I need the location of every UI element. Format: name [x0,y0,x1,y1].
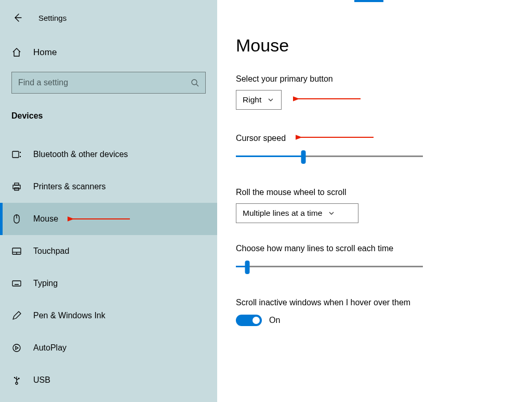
touchpad-icon [11,246,22,256]
sidebar-item-label: Bluetooth & other devices [33,150,128,159]
dropdown-value: Right [243,95,261,105]
home-icon [11,47,22,58]
main-content: Mouse Select your primary button Right C… [217,0,532,402]
cursor-speed-slider[interactable] [236,149,423,164]
mouse-icon [11,214,22,224]
svg-rect-5 [13,185,20,189]
svg-rect-24 [18,378,20,380]
slider-thumb[interactable] [245,261,249,274]
search-box[interactable] [11,72,206,94]
sidebar-item-touchpad[interactable]: Touchpad [0,235,217,267]
sidebar-item-label: AutoPlay [33,343,66,353]
home-nav[interactable]: Home [0,41,217,64]
sidebar-item-bluetooth[interactable]: Bluetooth & other devices [0,138,217,171]
annotation-arrow [68,214,135,224]
chevron-down-icon [328,210,335,216]
sidebar-item-mouse[interactable]: Mouse [0,203,217,235]
slider-thumb[interactable] [301,150,305,164]
svg-point-23 [14,377,15,378]
search-icon [191,79,199,87]
svg-line-1 [196,84,198,86]
autoplay-icon [11,343,22,353]
primary-button-group: Select your primary button Right [236,74,513,110]
sidebar-header: Settings [0,7,217,28]
cursor-speed-group: Cursor speed [236,134,513,164]
sidebar-item-label: Printers & scanners [33,182,106,191]
scroll-inactive-group: Scroll inactive windows when I hover ove… [236,298,513,326]
lines-scroll-slider[interactable] [236,260,423,274]
pen-icon [11,310,22,321]
sidebar-item-label: Pen & Windows Ink [33,311,105,320]
sidebar-item-label: Typing [33,279,58,288]
tab-indicator [354,0,383,2]
cursor-speed-label: Cursor speed [236,134,513,143]
svg-rect-6 [15,183,19,185]
scroll-inactive-toggle[interactable] [236,315,262,326]
svg-point-4 [20,156,21,157]
usb-icon [11,375,22,385]
home-label: Home [33,47,57,58]
lines-scroll-group: Choose how many lines to scroll each tim… [236,244,513,274]
sidebar-nav-list: Bluetooth & other devices Printers & sca… [0,138,217,396]
toggle-knob [252,317,260,324]
annotation-arrow [293,94,366,103]
wheel-scroll-label: Roll the mouse wheel to scroll [236,188,513,197]
lines-scroll-label: Choose how many lines to scroll each tim… [236,244,513,253]
sidebar-item-typing[interactable]: Typing [0,267,217,300]
wheel-scroll-group: Roll the mouse wheel to scroll Multiple … [236,188,513,223]
back-button[interactable] [11,11,24,24]
svg-point-0 [192,80,197,85]
keyboard-icon [11,278,22,289]
sidebar-section-label: Devices [11,111,217,121]
window-title: Settings [38,14,66,22]
sidebar-item-usb[interactable]: USB [0,364,217,396]
chevron-down-icon [268,97,274,103]
sidebar-item-label: Mouse [33,214,58,224]
printer-icon [11,181,22,192]
bluetooth-icon [11,149,22,160]
sidebar-item-printers[interactable]: Printers & scanners [0,171,217,203]
sidebar: Settings Home Devices Bluetooth & other … [0,0,217,402]
back-arrow-icon [12,12,23,23]
svg-rect-14 [12,281,21,286]
primary-button-dropdown[interactable]: Right [236,90,282,110]
primary-button-label: Select your primary button [236,74,513,84]
scroll-inactive-label: Scroll inactive windows when I hover ove… [236,298,513,307]
sidebar-item-label: Touchpad [33,247,69,256]
search-input[interactable] [18,78,191,87]
dropdown-value: Multiple lines at a time [243,209,322,218]
svg-point-20 [13,344,20,352]
page-title: Mouse [236,35,513,56]
sidebar-item-autoplay[interactable]: AutoPlay [0,332,217,364]
sidebar-item-pen[interactable]: Pen & Windows Ink [0,300,217,332]
svg-point-3 [20,152,21,153]
sidebar-item-label: USB [33,375,50,385]
toggle-state-label: On [269,316,280,325]
svg-rect-2 [12,151,19,158]
wheel-scroll-dropdown[interactable]: Multiple lines at a time [236,203,358,223]
svg-point-21 [16,382,18,384]
